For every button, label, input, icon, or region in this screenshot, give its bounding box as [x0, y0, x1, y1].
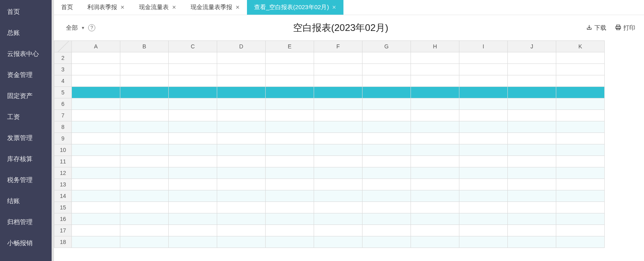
cell-A6[interactable] — [72, 98, 120, 110]
cell-B16[interactable] — [120, 213, 169, 225]
cell-H9[interactable] — [411, 133, 459, 144]
sidebar-item-10[interactable]: 归档管理 — [0, 212, 52, 233]
cell-D18[interactable] — [217, 236, 266, 248]
sidebar-item-7[interactable]: 库存核算 — [0, 149, 52, 170]
col-header-J[interactable]: J — [508, 41, 556, 52]
cell-E10[interactable] — [266, 144, 314, 156]
cell-G2[interactable] — [362, 52, 411, 64]
cell-A12[interactable] — [72, 167, 120, 179]
cell-F15[interactable] — [314, 202, 362, 213]
cell-C13[interactable] — [169, 179, 217, 190]
cell-K16[interactable] — [556, 213, 605, 225]
cell-K7[interactable] — [556, 110, 605, 121]
cell-K12[interactable] — [556, 167, 605, 179]
cell-I14[interactable] — [459, 190, 508, 202]
cell-F14[interactable] — [314, 190, 362, 202]
cell-E4[interactable] — [266, 75, 314, 87]
cell-I8[interactable] — [459, 121, 508, 133]
cell-H12[interactable] — [411, 167, 459, 179]
row-header-14[interactable]: 14 — [54, 190, 72, 202]
tab-3[interactable]: 现金流量表季报✕ — [183, 0, 247, 15]
cell-E8[interactable] — [266, 121, 314, 133]
cell-E13[interactable] — [266, 179, 314, 190]
cell-G16[interactable] — [362, 213, 411, 225]
cell-J8[interactable] — [508, 121, 556, 133]
cell-G10[interactable] — [362, 144, 411, 156]
cell-F3[interactable] — [314, 64, 362, 75]
close-icon[interactable]: ✕ — [235, 4, 240, 10]
cell-F16[interactable] — [314, 213, 362, 225]
cell-G5[interactable] — [362, 87, 411, 98]
cell-G18[interactable] — [362, 236, 411, 248]
cell-J18[interactable] — [508, 236, 556, 248]
cell-J7[interactable] — [508, 110, 556, 121]
cell-A10[interactable] — [72, 144, 120, 156]
col-header-K[interactable]: K — [556, 41, 605, 52]
cell-D6[interactable] — [217, 98, 266, 110]
row-header-2[interactable]: 2 — [54, 52, 72, 64]
cell-K11[interactable] — [556, 156, 605, 167]
cell-F4[interactable] — [314, 75, 362, 87]
cell-J9[interactable] — [508, 133, 556, 144]
sidebar-item-4[interactable]: 固定资产 — [0, 86, 52, 107]
cell-H5[interactable] — [411, 87, 459, 98]
cell-F5[interactable] — [314, 87, 362, 98]
row-header-5[interactable]: 5 — [54, 87, 72, 98]
cell-F17[interactable] — [314, 225, 362, 236]
cell-H6[interactable] — [411, 98, 459, 110]
cell-K5[interactable] — [556, 87, 605, 98]
cell-G17[interactable] — [362, 225, 411, 236]
cell-D8[interactable] — [217, 121, 266, 133]
cell-C9[interactable] — [169, 133, 217, 144]
row-header-3[interactable]: 3 — [54, 64, 72, 75]
cell-K13[interactable] — [556, 179, 605, 190]
cell-F7[interactable] — [314, 110, 362, 121]
cell-D11[interactable] — [217, 156, 266, 167]
cell-C5[interactable] — [169, 87, 217, 98]
sidebar-item-6[interactable]: 发票管理 — [0, 128, 52, 149]
row-header-10[interactable]: 10 — [54, 144, 72, 156]
tab-0[interactable]: 首页 — [54, 0, 80, 15]
cell-C10[interactable] — [169, 144, 217, 156]
tab-2[interactable]: 现金流量表✕ — [132, 0, 183, 15]
cell-E14[interactable] — [266, 190, 314, 202]
row-header-17[interactable]: 17 — [54, 225, 72, 236]
cell-E16[interactable] — [266, 213, 314, 225]
cell-A9[interactable] — [72, 133, 120, 144]
cell-B6[interactable] — [120, 98, 169, 110]
row-header-18[interactable]: 18 — [54, 236, 72, 248]
cell-C3[interactable] — [169, 64, 217, 75]
cell-I17[interactable] — [459, 225, 508, 236]
cell-B12[interactable] — [120, 167, 169, 179]
cell-G4[interactable] — [362, 75, 411, 87]
cell-I7[interactable] — [459, 110, 508, 121]
cell-D5[interactable] — [217, 87, 266, 98]
cell-K18[interactable] — [556, 236, 605, 248]
cell-B17[interactable] — [120, 225, 169, 236]
cell-G14[interactable] — [362, 190, 411, 202]
cell-J5[interactable] — [508, 87, 556, 98]
row-header-9[interactable]: 9 — [54, 133, 72, 144]
cell-D13[interactable] — [217, 179, 266, 190]
cell-I2[interactable] — [459, 52, 508, 64]
cell-G12[interactable] — [362, 167, 411, 179]
cell-I16[interactable] — [459, 213, 508, 225]
cell-A14[interactable] — [72, 190, 120, 202]
cell-J14[interactable] — [508, 190, 556, 202]
col-header-H[interactable]: H — [411, 41, 459, 52]
cell-C12[interactable] — [169, 167, 217, 179]
cell-E3[interactable] — [266, 64, 314, 75]
cell-G15[interactable] — [362, 202, 411, 213]
cell-D17[interactable] — [217, 225, 266, 236]
cell-C4[interactable] — [169, 75, 217, 87]
cell-B15[interactable] — [120, 202, 169, 213]
sidebar-item-11[interactable]: 小畅报销 — [0, 233, 52, 254]
cell-B2[interactable] — [120, 52, 169, 64]
cell-J13[interactable] — [508, 179, 556, 190]
cell-F6[interactable] — [314, 98, 362, 110]
cell-G8[interactable] — [362, 121, 411, 133]
tab-1[interactable]: 利润表季报✕ — [80, 0, 132, 15]
cell-K15[interactable] — [556, 202, 605, 213]
cell-A7[interactable] — [72, 110, 120, 121]
sidebar-item-1[interactable]: 总账 — [0, 23, 52, 44]
